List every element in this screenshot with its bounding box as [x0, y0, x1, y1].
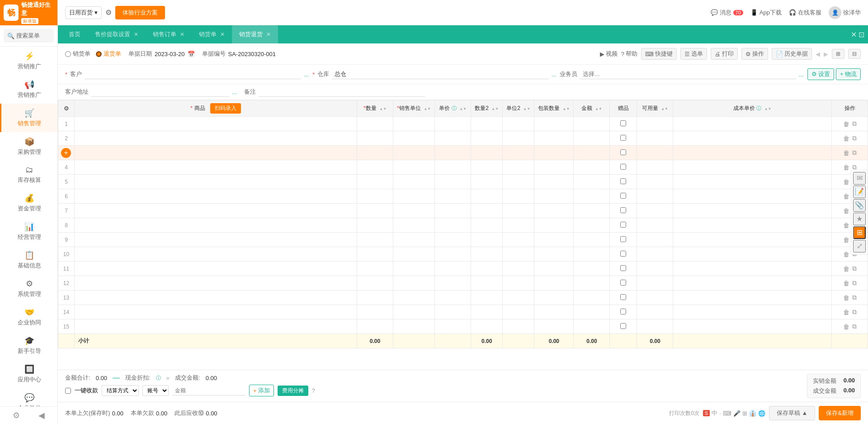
unit2-cell-3[interactable] — [503, 146, 534, 160]
row-delete-btn-3[interactable]: 🗑 — [843, 149, 849, 157]
row-delete-btn-1[interactable]: 🗑 — [843, 120, 849, 128]
tab-sales-return[interactable]: 销货退货 ✕ — [232, 25, 278, 43]
qty-cell-1[interactable] — [357, 117, 393, 131]
gift-checkbox-13[interactable] — [620, 294, 626, 300]
sidebar-item-inventory[interactable]: 🗂 库存核算 — [0, 161, 57, 189]
gift-checkbox-15[interactable] — [620, 323, 626, 329]
right-expand-btn[interactable]: ⤢ — [853, 240, 866, 252]
salesman-input[interactable] — [580, 69, 796, 79]
sidebar-item-finance[interactable]: 💰 资金管理 — [0, 189, 57, 217]
sales-unit-sort-icon[interactable]: ▲▼ — [424, 107, 431, 111]
trial-button[interactable]: 体验行业方案 — [115, 6, 165, 19]
th-settings[interactable]: ⚙ — [58, 100, 75, 117]
sidebar-item-guide[interactable]: 🎓 新手引导 — [0, 331, 57, 360]
qty2-cell-3[interactable] — [471, 146, 503, 160]
row-delete-btn-11[interactable]: 🗑 — [843, 265, 849, 272]
amount-payment-input[interactable] — [172, 386, 245, 395]
sidebar-collapse-btn[interactable]: ◀ — [38, 410, 45, 420]
radio-return-input[interactable] — [96, 51, 102, 57]
tab-close-all-btn[interactable]: ✕ — [851, 30, 857, 39]
customer-search-btn[interactable]: ... — [304, 71, 309, 78]
add-payment-btn[interactable]: + 添加 — [249, 385, 274, 396]
warehouse-input[interactable] — [332, 69, 548, 79]
sidebar-item-app-center[interactable]: 🔲 应用中心 — [0, 360, 57, 388]
expense-split-btn[interactable]: 费用分摊 — [278, 386, 308, 396]
tab-sales-order-close[interactable]: ✕ — [180, 31, 184, 38]
right-clip-btn[interactable]: 📎 — [853, 199, 866, 212]
qty2-cell-2[interactable] — [471, 131, 503, 146]
sidebar-item-wechat[interactable]: 💬 企业微信 — [0, 388, 57, 406]
sidebar-item-operation[interactable]: 📊 经营管理 — [0, 217, 57, 246]
gift-cell-1[interactable] — [610, 117, 637, 131]
row-copy-btn-11[interactable]: ⧉ — [852, 265, 857, 272]
help-action[interactable]: ? 帮助 — [621, 50, 637, 58]
tab-home[interactable]: 首页 — [61, 25, 88, 43]
gift-checkbox-12[interactable] — [620, 280, 626, 286]
amount-sort-icon[interactable]: ▲▼ — [595, 107, 602, 111]
right-msg-btn[interactable]: ✉ — [853, 172, 866, 185]
pkg-qty-cell-1[interactable] — [534, 117, 574, 131]
tab-sales-close[interactable]: ✕ — [220, 31, 225, 38]
row-delete-btn-14[interactable]: 🗑 — [843, 309, 849, 316]
row-delete-btn-8[interactable]: 🗑 — [843, 222, 849, 229]
right-star-btn[interactable]: ★ — [853, 213, 866, 225]
add-row-cell[interactable]: + — [58, 146, 75, 160]
view-toggle-btn1[interactable]: ⊞ — [832, 49, 844, 59]
account-method-select[interactable]: 结算方式 — [102, 385, 139, 396]
product-input-3[interactable] — [77, 149, 354, 156]
online-service-item[interactable]: 🎧 在线客服 — [789, 9, 821, 17]
logistics-side-btn[interactable]: + 物流 — [836, 68, 861, 80]
tab-price-set-close[interactable]: ✕ — [134, 31, 138, 38]
add-row-button[interactable]: + — [61, 148, 71, 158]
available-sort-icon[interactable]: ▲▼ — [661, 107, 668, 111]
gift-checkbox-4[interactable] — [620, 164, 626, 170]
row-copy-btn-3[interactable]: ⧉ — [852, 149, 857, 157]
select-btn[interactable]: ☰ 选单 — [680, 48, 707, 60]
row-delete-btn-4[interactable]: 🗑 — [843, 164, 849, 171]
account-num-select[interactable]: 账号 — [142, 385, 169, 396]
product-cell-2[interactable] — [75, 131, 357, 146]
address-dots[interactable]: ... — [232, 89, 237, 95]
qty-sort-icon[interactable]: ▲▼ — [379, 107, 387, 111]
table-container[interactable]: ⚙ * 商品 扫码录入 *数量 ▲▼ — [58, 100, 868, 370]
pkg-qty-cell-3[interactable] — [534, 146, 574, 160]
view-toggle-btn2[interactable]: ⊟ — [848, 49, 861, 59]
save-new-button[interactable]: 保存&新增 — [819, 406, 861, 420]
available-cell-2[interactable] — [637, 131, 673, 146]
sidebar-item-basic-info[interactable]: 📋 基础信息 — [0, 246, 57, 274]
gift-checkbox-3[interactable] — [620, 149, 626, 155]
save-draft-button[interactable]: 保存草稿 ▲ — [769, 406, 816, 420]
tab-price-set[interactable]: 售价提取设置 ✕ — [88, 25, 146, 43]
amount-cell-3[interactable] — [574, 146, 610, 160]
sidebar-item-enterprise[interactable]: 🤝 企业协同 — [0, 303, 57, 331]
row-copy-btn-14[interactable]: ⧉ — [852, 308, 857, 316]
row-delete-btn-2[interactable]: 🗑 — [843, 135, 849, 142]
tab-sales[interactable]: 销货单 ✕ — [192, 25, 232, 43]
pkg-qty-sort-icon[interactable]: ▲▼ — [563, 107, 570, 111]
product-cell-3[interactable] — [75, 146, 357, 160]
qty-cell-2[interactable] — [357, 131, 393, 146]
unit2-cell-1[interactable] — [503, 117, 534, 131]
gift-cell-3[interactable] — [610, 146, 637, 160]
row-copy-btn-12[interactable]: ⧉ — [852, 279, 857, 287]
amount-cell-2[interactable] — [574, 131, 610, 146]
row-delete-btn-7[interactable]: 🗑 — [843, 207, 849, 214]
salesman-search-btn[interactable]: ... — [799, 71, 804, 78]
row-delete-btn-10[interactable]: 🗑 — [843, 251, 849, 258]
right-note-btn[interactable]: 📝 — [853, 186, 866, 198]
scan-input-button[interactable]: 扫码录入 — [210, 103, 241, 114]
search-menu-button[interactable]: 🔍 搜索菜单 — [4, 29, 54, 43]
gift-checkbox-5[interactable] — [620, 178, 626, 184]
available-cell-1[interactable] — [637, 117, 673, 131]
cost-price-cell-2[interactable] — [673, 131, 832, 146]
gift-checkbox-9[interactable] — [620, 236, 626, 242]
gift-checkbox-11[interactable] — [620, 265, 626, 271]
one-click-pay-checkbox[interactable] — [65, 388, 71, 394]
row-copy-btn-13[interactable]: ⧉ — [852, 294, 857, 301]
operate-btn[interactable]: ⚙ 操作 — [741, 48, 768, 60]
remark-input[interactable] — [259, 87, 425, 97]
tab-sales-order[interactable]: 销售订单 ✕ — [146, 25, 192, 43]
sidebar-item-marketing[interactable]: 📢 营销推广 — [0, 75, 57, 104]
app-download-item[interactable]: 📱 App下载 — [750, 9, 782, 17]
sales-unit-cell-1[interactable] — [393, 117, 434, 131]
